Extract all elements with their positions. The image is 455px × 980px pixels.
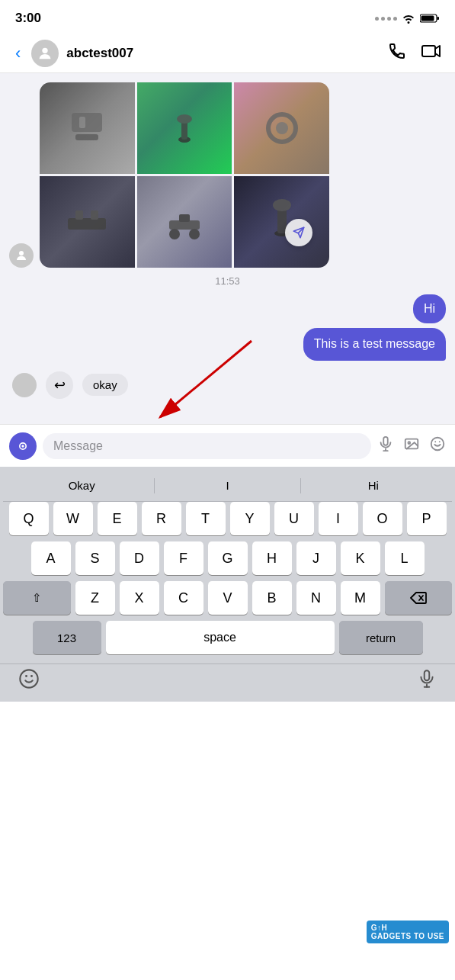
key-m[interactable]: M bbox=[341, 581, 380, 615]
key-y[interactable]: Y bbox=[230, 502, 270, 535]
svg-rect-16 bbox=[91, 210, 98, 220]
key-t[interactable]: T bbox=[186, 502, 226, 535]
chat-header: ‹ abctest007 bbox=[0, 34, 455, 73]
svg-point-23 bbox=[273, 199, 291, 211]
keyboard-row-2: A S D F G H J K L bbox=[3, 541, 452, 575]
key-q[interactable]: Q bbox=[9, 502, 49, 535]
svg-point-33 bbox=[431, 437, 444, 450]
mic-button[interactable] bbox=[377, 435, 394, 457]
message-input-wrap bbox=[43, 433, 371, 459]
key-r[interactable]: R bbox=[142, 502, 181, 535]
reply-button[interactable]: ↩ bbox=[46, 371, 73, 399]
keyboard-suggestions: Okay I Hi bbox=[3, 473, 452, 502]
watermark: G↑HGADGETS TO USE bbox=[367, 921, 449, 943]
call-button[interactable] bbox=[388, 42, 406, 65]
input-actions bbox=[377, 435, 446, 457]
key-s[interactable]: S bbox=[75, 541, 115, 575]
svg-point-19 bbox=[189, 229, 200, 239]
status-icons bbox=[375, 13, 440, 24]
video-call-button[interactable] bbox=[421, 42, 443, 65]
wifi-icon bbox=[402, 13, 415, 24]
key-c[interactable]: C bbox=[164, 581, 203, 615]
signal-icon bbox=[375, 17, 397, 21]
svg-rect-2 bbox=[421, 16, 434, 21]
photo-picker-button[interactable] bbox=[403, 435, 420, 457]
bottom-bar bbox=[0, 664, 455, 702]
svg-point-3 bbox=[43, 47, 48, 53]
svg-point-32 bbox=[408, 442, 410, 444]
key-o[interactable]: O bbox=[363, 502, 402, 535]
photo-5 bbox=[137, 176, 232, 268]
message-input[interactable] bbox=[53, 439, 360, 453]
key-j[interactable]: J bbox=[296, 541, 336, 575]
key-x[interactable]: X bbox=[120, 581, 159, 615]
photo-3 bbox=[234, 82, 329, 174]
svg-point-18 bbox=[169, 229, 180, 239]
input-bar bbox=[0, 424, 455, 467]
emoji-button[interactable] bbox=[18, 668, 40, 695]
contact-name: abctest007 bbox=[66, 46, 380, 61]
header-actions bbox=[388, 42, 443, 65]
svg-rect-43 bbox=[425, 670, 430, 680]
key-i[interactable]: I bbox=[319, 502, 358, 535]
photo-grid bbox=[40, 82, 329, 268]
svg-rect-8 bbox=[79, 117, 85, 128]
photo-2 bbox=[137, 82, 232, 174]
key-g[interactable]: G bbox=[208, 541, 248, 575]
timestamp: 11:53 bbox=[0, 268, 455, 294]
keyboard-row-1: Q W E R T Y U I O P bbox=[3, 502, 452, 535]
key-return[interactable]: return bbox=[339, 621, 423, 654]
suggestion-hi[interactable]: Hi bbox=[301, 476, 446, 495]
svg-rect-1 bbox=[437, 17, 440, 20]
key-space[interactable]: space bbox=[106, 621, 335, 654]
svg-point-11 bbox=[177, 114, 192, 124]
quick-reply-okay[interactable]: okay bbox=[82, 374, 128, 396]
suggestion-okay[interactable]: Okay bbox=[9, 476, 154, 495]
message-bubble-hi: Hi bbox=[413, 294, 446, 323]
keyboard: Okay I Hi Q W E R T Y U I O P A S D F G … bbox=[0, 467, 455, 664]
key-h[interactable]: H bbox=[252, 541, 292, 575]
chat-area: 11:53 Hi This is a test message ↩ okay bbox=[0, 73, 455, 424]
photo-1 bbox=[40, 82, 135, 174]
key-p[interactable]: P bbox=[407, 502, 447, 535]
svg-rect-28 bbox=[383, 436, 388, 445]
keyboard-row-4: 123 space return bbox=[3, 621, 452, 654]
key-u[interactable]: U bbox=[274, 502, 314, 535]
key-a[interactable]: A bbox=[31, 541, 71, 575]
key-l[interactable]: L bbox=[385, 541, 425, 575]
photo-grid-message bbox=[0, 73, 455, 268]
suggestion-i[interactable]: I bbox=[155, 476, 300, 495]
key-n[interactable]: N bbox=[296, 581, 336, 615]
svg-point-40 bbox=[20, 670, 37, 687]
key-k[interactable]: K bbox=[341, 541, 380, 575]
key-z[interactable]: Z bbox=[75, 581, 115, 615]
message-row-test: This is a test message bbox=[9, 328, 446, 360]
svg-rect-15 bbox=[75, 210, 83, 220]
mic-bottom-button[interactable] bbox=[417, 669, 437, 694]
key-f[interactable]: F bbox=[164, 541, 203, 575]
svg-rect-7 bbox=[75, 134, 98, 140]
battery-icon bbox=[420, 13, 440, 24]
back-button[interactable]: ‹ bbox=[12, 40, 24, 66]
svg-point-13 bbox=[276, 122, 288, 134]
camera-button[interactable] bbox=[9, 432, 37, 460]
key-v[interactable]: V bbox=[208, 581, 248, 615]
sender-avatar-photo bbox=[9, 243, 34, 268]
quick-reply-area: ↩ okay bbox=[0, 365, 455, 405]
key-d[interactable]: D bbox=[120, 541, 159, 575]
svg-rect-4 bbox=[422, 46, 435, 56]
status-bar: 3:00 bbox=[0, 0, 455, 34]
photo-4 bbox=[40, 176, 135, 268]
key-123[interactable]: 123 bbox=[33, 621, 101, 654]
key-e[interactable]: E bbox=[98, 502, 137, 535]
status-time: 3:00 bbox=[15, 11, 41, 26]
sticker-button[interactable] bbox=[429, 435, 446, 457]
keyboard-row-3: ⇧ Z X C V B N M bbox=[3, 581, 452, 615]
key-b[interactable]: B bbox=[252, 581, 292, 615]
message-bubble-test: This is a test message bbox=[303, 328, 446, 360]
send-float-button[interactable] bbox=[285, 219, 312, 246]
key-w[interactable]: W bbox=[53, 502, 93, 535]
contact-avatar bbox=[31, 40, 59, 67]
key-shift[interactable]: ⇧ bbox=[3, 581, 71, 615]
key-delete[interactable] bbox=[385, 581, 453, 615]
